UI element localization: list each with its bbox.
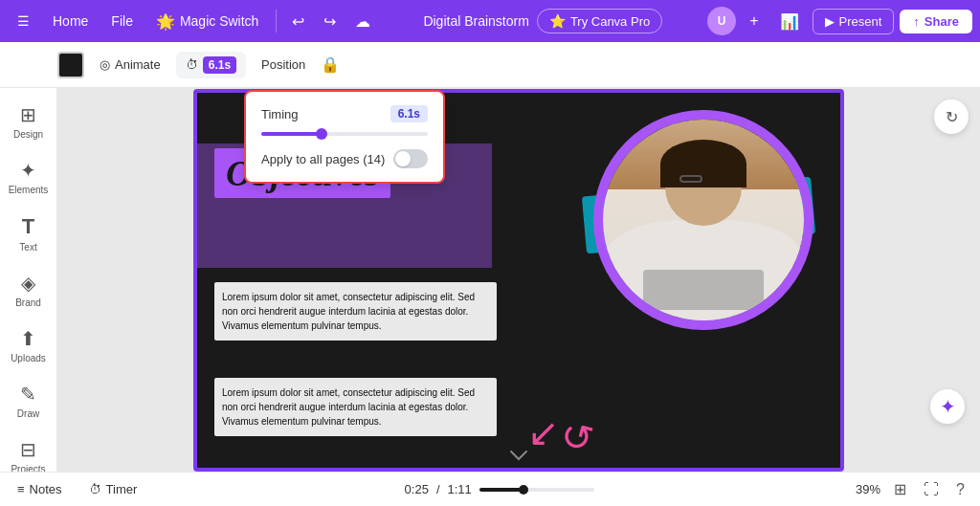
sidebar-item-draw[interactable]: ✎ Draw [4,375,54,427]
sidebar-item-text[interactable]: T Text [4,207,54,260]
refresh-button[interactable]: ↻ [934,99,969,134]
bottom-left: ≡ Notes ⏱ Timer [11,479,143,499]
position-label: Position [261,57,305,72]
present-icon: ▶ [825,14,835,29]
main-area: ⊞ Design ✦ Elements T Text ◈ Brand ⬆ Upl… [0,88,980,472]
sidebar-item-elements[interactable]: ✦ Elements [4,151,54,203]
projects-icon: ⊟ [20,438,36,461]
nav-divider-1 [276,10,277,33]
sidebar-item-projects-label: Projects [11,464,45,472]
sidebar-item-uploads[interactable]: ⬆ Uploads [4,319,54,371]
timing-button[interactable]: ⏱ 6.1s [176,52,246,78]
timing-badge: 6.1s [203,56,236,74]
star-icon: ⭐ [549,13,566,29]
share-button[interactable]: ↑ Share [900,10,972,33]
draw-icon: ✎ [20,383,36,406]
progress-fill [479,488,521,492]
present-label: Present [839,14,882,29]
purple-circle-frame [593,110,813,330]
timing-slider[interactable] [261,132,428,136]
notes-label: Notes [30,482,62,496]
timer-label: Timer [106,482,138,496]
sidebar-item-design-label: Design [13,129,43,140]
slide-body-text-2: Lorem ipsum dolor sit amet, consectetur … [214,378,497,436]
animate-button[interactable]: ◎ Animate [90,53,170,77]
notes-icon: ≡ [17,482,25,496]
brand-icon: ◈ [21,272,35,295]
share-icon: ↑ [913,14,920,29]
undo-button[interactable]: ↩ [284,9,312,34]
home-button[interactable]: Home [43,10,98,33]
magic-switch-label: Magic Switch [180,13,258,29]
color-swatch[interactable] [57,52,84,78]
elements-icon: ✦ [20,159,36,182]
apply-all-label: Apply to all pages (14) [261,152,385,166]
time-current: 0:25 [405,482,429,496]
bottom-arrow-decoration: ↙ [527,410,560,455]
grid-view-button[interactable]: ⊞ [890,478,910,500]
hamburger-icon: ☰ [17,13,30,29]
position-button[interactable]: Position [252,53,315,77]
document-title: Digital Brainstorm [423,13,528,29]
fullscreen-button[interactable]: ⛶ [920,479,943,500]
time-separator: / [436,482,440,496]
cloud-save-button[interactable]: ☁ [347,9,378,34]
add-collaborator-button[interactable]: + [742,9,766,33]
bottom-swirl-decoration: ↺ [555,411,598,463]
nav-center: Digital Brainstorm ⭐ Try Canva Pro [382,9,703,33]
hamburger-menu-button[interactable]: ☰ [8,10,39,33]
timing-title: Timing [261,107,299,121]
time-total: 1:11 [448,482,472,496]
uploads-icon: ⬆ [20,327,36,350]
timing-header: Timing 6.1s [261,105,428,122]
magic-switch-emoji: 🌟 [156,12,175,31]
left-sidebar: ⊞ Design ✦ Elements T Text ◈ Brand ⬆ Upl… [0,88,57,472]
sidebar-item-elements-label: Elements [9,185,49,195]
design-icon: ⊞ [20,103,36,126]
assistant-button[interactable]: ✦ [930,389,965,424]
sidebar-item-design[interactable]: ⊞ Design [4,96,54,147]
present-button[interactable]: ▶ Present [813,9,895,34]
apply-all-toggle[interactable] [393,149,428,168]
sidebar-item-text-label: Text [19,242,36,253]
zoom-level: 39% [856,482,880,496]
sidebar-item-projects[interactable]: ⊟ Projects [4,430,54,472]
slide-body-text-1: Lorem ipsum dolor sit amet, consectetur … [214,282,497,341]
sidebar-item-brand[interactable]: ◈ Brand [4,264,54,316]
sidebar-item-brand-label: Brand [15,297,41,308]
plus-icon: ✦ [940,395,956,418]
nav-right: U + 📊 ▶ Present ↑ Share [707,7,972,35]
timer-icon: ⏱ [89,482,101,496]
timer-button[interactable]: ⏱ Timer [83,479,144,499]
timing-clock-icon: ⏱ [186,57,198,72]
try-canva-pro-button[interactable]: ⭐ Try Canva Pro [537,9,662,33]
animate-icon: ◎ [100,57,110,72]
top-navbar: ☰ Home File 🌟 Magic Switch ↩ ↪ ☁ Digital… [0,0,980,42]
sidebar-item-draw-label: Draw [17,408,39,419]
canvas-area[interactable]: Timing 6.1s Apply to all pages (14) Obje… [57,88,980,472]
notes-button[interactable]: ≡ Notes [11,479,68,499]
bottom-center: 0:25 / 1:11 [405,482,594,496]
magic-switch-button[interactable]: 🌟 Magic Switch [146,9,268,34]
share-label: Share [924,14,959,29]
avatar[interactable]: U [707,7,736,35]
playback-progress-bar[interactable] [479,488,594,492]
timing-slider-thumb[interactable] [316,128,327,140]
text-icon: T [22,214,34,239]
avatar-initials: U [718,14,726,28]
lock-icon[interactable]: 🔒 [321,55,340,74]
bottom-right: 39% ⊞ ⛶ ? [856,478,969,500]
help-button[interactable]: ? [952,479,969,500]
refresh-icon: ↻ [946,108,958,126]
editing-toolbar: ◎ Animate ⏱ 6.1s Position 🔒 [0,42,980,88]
progress-thumb[interactable] [519,485,528,495]
try-canva-pro-label: Try Canva Pro [570,14,650,29]
timing-popup: Timing 6.1s Apply to all pages (14) [244,90,445,184]
file-button[interactable]: File [101,10,143,33]
analytics-button[interactable]: 📊 [772,9,807,34]
animate-label: Animate [115,57,161,72]
scroll-indicator[interactable] [509,449,528,464]
bottom-bar: ≡ Notes ⏱ Timer 0:25 / 1:11 39% ⊞ ⛶ ? [0,472,980,506]
redo-button[interactable]: ↪ [316,9,344,34]
sidebar-item-uploads-label: Uploads [11,353,46,363]
